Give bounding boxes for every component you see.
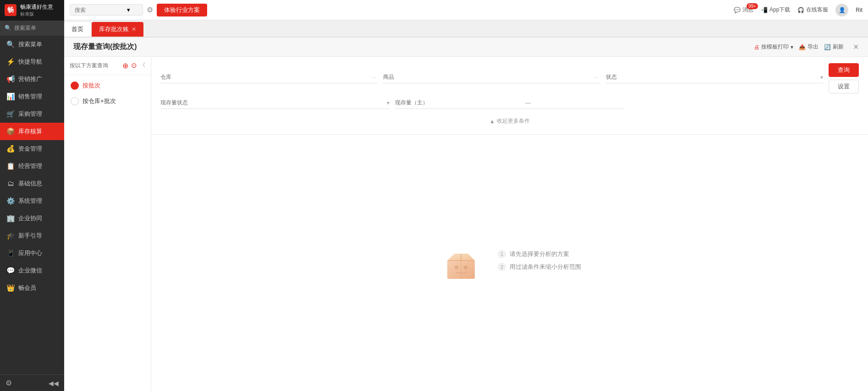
warehouse-input[interactable] <box>175 74 370 81</box>
sidebar-item-appstore[interactable]: 📱应用中心 <box>0 244 64 262</box>
stock-qty-dash: — <box>522 99 534 106</box>
product-more-icon[interactable]: ··· <box>593 75 600 80</box>
empty-illustration <box>438 240 484 286</box>
print-dropdown-icon[interactable]: ▾ <box>791 44 793 50</box>
message-action[interactable]: 💬 消息 99+ <box>734 6 753 14</box>
sidebar-search[interactable]: 🔍 搜索菜单 <box>0 21 64 36</box>
query-btn[interactable]: 查询 <box>829 63 859 77</box>
warehouse-more-icon[interactable]: ··· <box>370 75 378 80</box>
svg-point-5 <box>464 266 467 269</box>
warehouse-label: 仓库 <box>160 73 171 81</box>
warehouse-filter: 仓库 ··· <box>160 73 378 83</box>
inventory-icon: 📦 <box>6 127 15 136</box>
empty-tip-item: 1请先选择要分析的方案 <box>498 250 581 258</box>
right-panel: 仓库 ··· 商品 ··· 状态 <box>151 57 868 391</box>
topbar: ▾ ⚙ 体验行业方案 💬 消息 99+ 📲 App下载 🎧 在线客服 👤 Rit <box>64 0 868 20</box>
tab-home[interactable]: 首页 <box>64 22 91 37</box>
plan-label: 按仓库+批次 <box>82 97 116 105</box>
search-dropdown-icon[interactable]: ▾ <box>127 6 130 13</box>
settings-icon[interactable]: ⚙ <box>5 379 12 387</box>
wechat-icon: 💬 <box>6 266 15 275</box>
sidebar-item-label: 畅会员 <box>18 284 36 292</box>
sidebar-item-basic[interactable]: 🗂基础信息 <box>0 175 64 192</box>
sidebar-item-vip[interactable]: 👑畅会员 <box>0 279 64 297</box>
collapse-sidebar-icon[interactable]: ◀◀ <box>49 380 59 387</box>
enterprise-icon: 🏢 <box>6 214 15 223</box>
main-content: ▾ ⚙ 体验行业方案 💬 消息 99+ 📲 App下载 🎧 在线客服 👤 Rit <box>64 0 868 391</box>
plan-list: 按批次按仓库+批次 <box>64 75 151 112</box>
sidebar-item-finance[interactable]: 💰资金管理 <box>0 140 64 157</box>
stock-status-select[interactable]: 全部 <box>192 99 387 106</box>
experience-btn[interactable]: 体验行业方案 <box>157 4 207 16</box>
status-select[interactable]: 全部 启用 禁用 <box>621 74 820 81</box>
stock-qty-from-input[interactable] <box>432 99 522 106</box>
sidebar-item-quick-nav[interactable]: ⚡快捷导航 <box>0 53 64 71</box>
settings-gear-icon[interactable]: ⚙ <box>147 5 153 14</box>
search-icon: 🔍 <box>6 40 15 49</box>
stock-qty-to-input[interactable] <box>534 99 625 106</box>
sidebar-item-label: 销售管理 <box>18 92 42 101</box>
svg-point-4 <box>455 266 458 269</box>
user-name: Rit <box>856 7 863 13</box>
sidebar-nav: 🔍搜索菜单⚡快捷导航📢营销推广📊销售管理🛒采购管理📦库存核算💰资金管理📋经营管理… <box>0 36 64 375</box>
collapse-more-btn[interactable]: ▲ 收起更多条件 <box>160 114 859 128</box>
page-title: 现存量查询(按批次) <box>73 42 137 52</box>
user-avatar[interactable]: 👤 <box>835 4 848 16</box>
empty-tip-item: 2用过滤条件来缩小分析范围 <box>498 263 581 271</box>
export-btn[interactable]: 📤 导出 <box>799 43 819 51</box>
sidebar-item-marketing[interactable]: 📢营销推广 <box>0 71 64 88</box>
finance-icon: 💰 <box>6 145 15 153</box>
tab-batch-account[interactable]: 库存批次账✕ <box>92 22 143 37</box>
stock-qty-filter: 现存量（主） — <box>395 99 624 109</box>
tab-close-icon[interactable]: ✕ <box>132 26 136 33</box>
app-logo: 畅 <box>5 4 16 16</box>
sidebar-item-label: 快捷导航 <box>18 58 42 66</box>
status-label: 状态 <box>606 73 617 81</box>
app-name: 畅康通好生意 <box>20 4 53 11</box>
product-input[interactable] <box>398 74 593 81</box>
left-panel-collapse-icon[interactable]: 《 <box>140 61 145 70</box>
sidebar-item-enterprise[interactable]: 🏢企业协同 <box>0 210 64 227</box>
refresh-btn[interactable]: 🔄 刷新 <box>824 43 844 51</box>
filter-settings-btn[interactable]: 设置 <box>829 80 859 93</box>
sidebar-item-newbie[interactable]: 🎓新手引导 <box>0 227 64 244</box>
sidebar-item-search[interactable]: 🔍搜索菜单 <box>0 36 64 53</box>
topbar-search-box[interactable]: ▾ <box>70 4 143 16</box>
tip-text: 请先选择要分析的方案 <box>510 250 569 258</box>
app-edition: 标准版 <box>20 11 53 17</box>
online-service-icon: 🎧 <box>797 7 804 13</box>
topbar-search-input[interactable] <box>75 7 125 13</box>
sidebar-item-operation[interactable]: 📋经营管理 <box>0 157 64 175</box>
print-btn[interactable]: 🖨 按模板打印 ▾ <box>754 43 793 51</box>
sidebar-item-label: 新手引导 <box>18 232 42 240</box>
plan-item-by-batch[interactable]: 按批次 <box>64 78 151 93</box>
body-layout: 按以下方案查询 ⊕ ⊙ 《 按批次按仓库+批次 仓库 <box>64 57 868 391</box>
sidebar-item-inventory[interactable]: 📦库存核算 <box>0 123 64 140</box>
app-download-icon: 📲 <box>761 7 768 13</box>
tip-text: 用过滤条件来缩小分析范围 <box>510 263 581 271</box>
page-header: 现存量查询(按批次) 🖨 按模板打印 ▾ 📤 导出 🔄 刷新 ✕ <box>64 38 868 57</box>
online-service-action[interactable]: 🎧 在线客服 <box>797 6 828 14</box>
add-plan-icon[interactable]: ⊕ <box>122 61 128 70</box>
by-batch-icon <box>71 81 79 90</box>
sidebar-header: 畅 畅康通好生意 标准版 <box>0 0 64 21</box>
sidebar-item-sales[interactable]: 📊销售管理 <box>0 88 64 105</box>
quick-nav-icon: ⚡ <box>6 58 15 66</box>
vip-icon: 👑 <box>6 284 15 292</box>
refresh-icon: 🔄 <box>824 44 831 50</box>
sidebar-item-label: 经营管理 <box>18 162 42 170</box>
sidebar-item-purchase[interactable]: 🛒采购管理 <box>0 105 64 123</box>
sidebar-item-system[interactable]: ⚙️系统管理 <box>0 192 64 210</box>
plan-item-by-warehouse-batch[interactable]: 按仓库+批次 <box>64 93 151 109</box>
sidebar-footer: ⚙ ◀◀ <box>0 375 64 391</box>
newbie-icon: 🎓 <box>6 232 15 240</box>
avatar-icon: 👤 <box>839 7 846 13</box>
sidebar-item-wechat[interactable]: 💬企业微信 <box>0 262 64 279</box>
collapse-more-label: 收起更多条件 <box>497 117 530 125</box>
sidebar-item-label: 企业微信 <box>18 266 42 275</box>
close-page-icon[interactable]: ✕ <box>853 43 859 51</box>
plan-settings-icon[interactable]: ⊙ <box>131 61 137 70</box>
message-badge: 99+ <box>747 3 758 9</box>
app-download-action[interactable]: 📲 App下载 <box>761 6 790 14</box>
stock-qty-label: 现存量（主） <box>395 99 428 107</box>
